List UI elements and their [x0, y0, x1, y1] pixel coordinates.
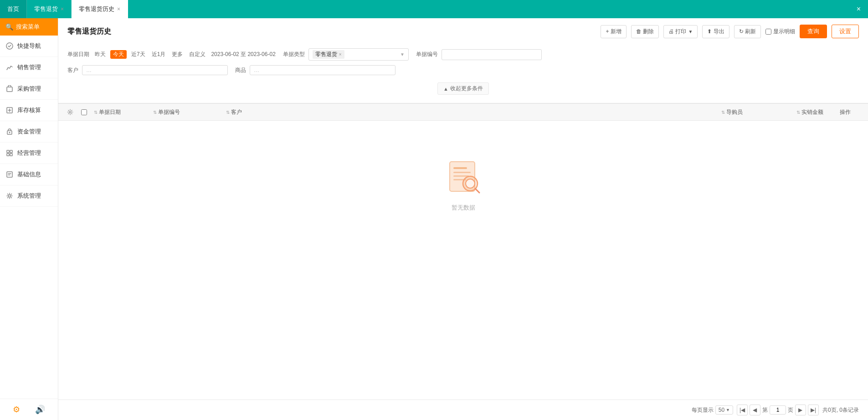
settings-button[interactable]: 设置: [832, 25, 859, 38]
refresh-button[interactable]: ↻ 刷新: [734, 25, 761, 38]
doc-type-select[interactable]: 零售退货 × ▼: [308, 48, 409, 61]
doc-number-input[interactable]: [442, 49, 542, 60]
page-title-row: 零售退货历史 + 新增 🗑 删除 🖨 打印 ▼ ⬆ 导出: [67, 25, 859, 38]
tab-home[interactable]: 首页: [0, 0, 27, 18]
th-guide[interactable]: ⇅ 导购员: [718, 108, 781, 116]
page-number-input[interactable]: [770, 405, 786, 415]
svg-rect-8: [10, 154, 12, 156]
new-button-label: + 新增: [606, 28, 621, 36]
sidebar-search-label: 搜索菜单: [16, 23, 40, 31]
per-page-select[interactable]: 50 ▼: [715, 405, 733, 415]
system-mgmt-icon: [5, 192, 14, 200]
table-area: ⇅ 单据日期 ⇅ 单据编号 ⇅ 客户 ⇅ 导购员 ⇅ 实销金额: [58, 103, 868, 400]
prev-page-button[interactable]: ◀: [750, 405, 760, 415]
display-detail-label: 显示明细: [773, 28, 795, 36]
sales-mgmt-icon: [5, 63, 14, 72]
filter-area: 单据日期 昨天 今天 近7天 近1月 更多 自定义 2023-06-02 至 2…: [67, 44, 859, 103]
per-page-dropdown-icon: ▼: [726, 408, 730, 412]
volume-icon[interactable]: 🔊: [35, 405, 45, 415]
collapse-button[interactable]: ▲ 收起更多条件: [437, 82, 489, 95]
svg-point-11: [69, 111, 71, 113]
date-shortcut-today[interactable]: 今天: [110, 50, 127, 59]
sidebar-item-basic-info-label: 基础信息: [17, 170, 41, 179]
search-icon: 🔍: [5, 23, 13, 31]
per-page-value: 50: [719, 407, 724, 413]
date-shortcut-7days[interactable]: 近7天: [129, 50, 147, 59]
th-guide-label: 导购员: [726, 108, 743, 116]
table-select-all[interactable]: [77, 109, 90, 115]
tab-retail-return-history[interactable]: 零售退货历史 ×: [72, 0, 128, 18]
date-shortcut-yesterday[interactable]: 昨天: [93, 50, 108, 59]
tab-retail-return[interactable]: 零售退货 ×: [27, 0, 72, 18]
print-dropdown-icon: ▼: [688, 29, 693, 34]
display-detail-checkbox[interactable]: 显示明细: [765, 28, 795, 36]
doc-number-filter-group: 单据编号: [416, 49, 542, 60]
sort-up-icon-3: ⇅: [226, 110, 230, 115]
sidebar-item-basic-info[interactable]: 基础信息: [0, 164, 58, 185]
empty-text: 暂无数据: [452, 204, 475, 212]
table-settings-icon[interactable]: [63, 109, 77, 115]
customer-filter-group: 客户 …: [67, 65, 228, 75]
th-customer[interactable]: ⇅ 客户: [222, 108, 718, 116]
sidebar-item-finance-mgmt[interactable]: 资金管理: [0, 121, 58, 143]
svg-point-10: [9, 195, 11, 197]
sidebar-item-quick-nav[interactable]: 快捷导航: [0, 36, 58, 57]
page-label: 第: [762, 406, 768, 414]
doc-type-tag-close[interactable]: ×: [339, 52, 342, 57]
new-button[interactable]: + 新增: [601, 25, 626, 38]
sidebar-search[interactable]: 🔍 搜索菜单: [0, 18, 58, 36]
select-all-checkbox[interactable]: [81, 109, 87, 115]
customer-placeholder: …: [86, 67, 92, 73]
tab-retail-return-history-close[interactable]: ×: [117, 6, 120, 12]
svg-point-18: [466, 179, 475, 188]
sort-up-icon-4: ⇅: [721, 110, 725, 115]
next-page-button[interactable]: ▶: [795, 405, 806, 415]
tab-retail-return-close[interactable]: ×: [61, 6, 64, 12]
doc-type-dropdown-icon: ▼: [400, 52, 405, 57]
sidebar-bottom: ⚙ 🔊: [0, 399, 58, 420]
sidebar-item-operations-mgmt[interactable]: 经营管理: [0, 143, 58, 164]
svg-line-19: [475, 189, 479, 193]
sidebar-item-sales-mgmt[interactable]: 销售管理: [0, 57, 58, 78]
sidebar-item-system-mgmt-label: 系统管理: [17, 192, 41, 200]
date-shortcut-more[interactable]: 更多: [170, 50, 185, 59]
toolbar: + 新增 🗑 删除 🖨 打印 ▼ ⬆ 导出 ↻ 刷新: [601, 25, 859, 38]
page-total: 共0页, 0条记录: [822, 406, 859, 414]
last-page-button[interactable]: ▶|: [808, 405, 819, 415]
th-amount[interactable]: ⇅ 实销金额: [781, 108, 827, 116]
th-date[interactable]: ⇅ 单据日期: [90, 108, 149, 116]
sidebar-item-purchase-mgmt[interactable]: 采购管理: [0, 78, 58, 100]
date-shortcut-1month[interactable]: 近1月: [150, 50, 168, 59]
sidebar-item-system-mgmt[interactable]: 系统管理: [0, 185, 58, 207]
delete-button-label: 🗑 删除: [636, 28, 654, 36]
refresh-button-label: ↻ 刷新: [739, 28, 756, 36]
page-header: 零售退货历史 + 新增 🗑 删除 🖨 打印 ▼ ⬆ 导出: [58, 18, 868, 103]
doc-number-label: 单据编号: [416, 51, 438, 58]
sidebar-item-purchase-mgmt-label: 采购管理: [17, 85, 41, 93]
export-button[interactable]: ⬆ 导出: [702, 25, 729, 38]
th-code-label: 单据编号: [158, 108, 180, 116]
customer-select[interactable]: …: [82, 65, 228, 75]
sidebar-item-finance-mgmt-label: 资金管理: [17, 128, 41, 136]
date-shortcut-custom[interactable]: 自定义: [187, 50, 207, 59]
goods-placeholder: …: [254, 67, 259, 73]
tab-retail-return-history-label: 零售退货历史: [79, 5, 114, 13]
query-button[interactable]: 查询: [800, 25, 827, 38]
settings-bottom-icon[interactable]: ⚙: [13, 405, 20, 415]
sidebar: 🔍 搜索菜单 快捷导航 销售管理 采购管理 库存核算: [0, 18, 58, 420]
th-code[interactable]: ⇅ 单据编号: [149, 108, 222, 116]
display-detail-input[interactable]: [765, 29, 771, 35]
first-page-button[interactable]: |◀: [737, 405, 748, 415]
window-close-button[interactable]: ×: [857, 5, 868, 13]
delete-button[interactable]: 🗑 删除: [631, 25, 659, 38]
goods-filter-label: 商品: [235, 67, 246, 74]
goods-select[interactable]: …: [250, 65, 395, 75]
date-range-display: 2023-06-02 至 2023-06-02: [211, 51, 275, 58]
svg-rect-1: [7, 87, 12, 92]
sidebar-item-inventory[interactable]: 库存核算: [0, 100, 58, 121]
svg-rect-7: [7, 154, 9, 156]
svg-rect-15: [453, 175, 469, 177]
print-button[interactable]: 🖨 打印 ▼: [663, 25, 698, 38]
svg-rect-14: [453, 172, 471, 173]
goods-filter-group: 商品 …: [235, 65, 395, 75]
